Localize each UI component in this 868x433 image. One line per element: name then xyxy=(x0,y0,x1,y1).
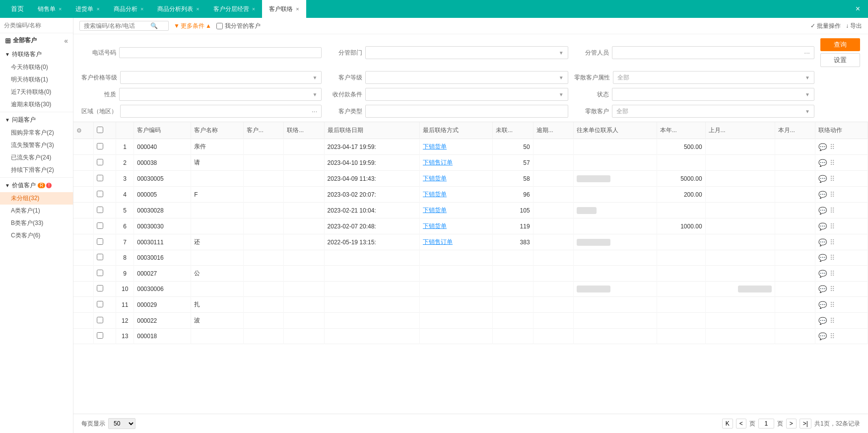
menu-icon[interactable]: ⠿ xyxy=(830,254,835,262)
nav-home[interactable]: 首页 xyxy=(4,4,31,13)
price-level-select[interactable]: ▼ xyxy=(120,71,322,84)
row-checkbox[interactable] xyxy=(97,175,103,181)
close-tab-customer-mgmt[interactable]: × xyxy=(252,6,255,12)
customer-type-select[interactable] xyxy=(365,105,568,118)
sidebar-item-warning[interactable]: 流失预警客户(3) xyxy=(0,139,73,151)
batch-op-btn[interactable]: ✓ 批量操作 xyxy=(810,22,841,30)
th-last-method[interactable]: 最后联络方式 xyxy=(419,122,492,139)
th-unit-contact[interactable]: 往来单位联系人 xyxy=(573,122,657,139)
sidebar-group-problem[interactable]: ▼ 问题客户 xyxy=(0,113,73,127)
chat-icon[interactable]: 💬 xyxy=(818,159,827,167)
row-checkbox[interactable] xyxy=(97,222,103,229)
sidebar-item-abnormal[interactable]: 囤购异常客户(2) xyxy=(0,127,73,139)
menu-icon[interactable]: ⠿ xyxy=(830,332,835,340)
page-first-btn[interactable]: K xyxy=(722,419,733,429)
last-method-link[interactable]: 下销售订单 xyxy=(423,238,453,245)
th-last-date[interactable]: 最后联络日期 xyxy=(324,122,419,139)
search-box[interactable]: 🔍 xyxy=(79,21,169,31)
row-checkbox[interactable] xyxy=(97,301,103,307)
th-this-month[interactable]: 本月... xyxy=(775,122,815,139)
close-tab-purchase[interactable]: × xyxy=(96,6,99,12)
td-last-method[interactable]: 下销货单 xyxy=(419,203,492,218)
menu-icon[interactable]: ⠿ xyxy=(830,143,835,151)
search-icon[interactable]: 🔍 xyxy=(150,22,158,29)
menu-icon[interactable]: ⠿ xyxy=(830,285,835,293)
row-checkbox[interactable] xyxy=(97,317,103,323)
sidebar-collapse-btn[interactable]: « xyxy=(64,37,68,45)
last-method-link[interactable]: 下销售订单 xyxy=(423,159,453,166)
customer-level-select[interactable]: ▼ xyxy=(365,71,568,84)
menu-icon[interactable]: ⠿ xyxy=(830,270,835,278)
th-not-linked[interactable]: 未联... xyxy=(493,122,533,139)
chat-icon[interactable]: 💬 xyxy=(818,301,827,309)
chat-icon[interactable]: 💬 xyxy=(818,332,827,340)
menu-icon[interactable]: ⠿ xyxy=(830,317,835,325)
page-size-select[interactable]: 50 100 200 xyxy=(108,418,135,429)
nav-tab-purchase[interactable]: 进货单 × xyxy=(68,0,106,18)
sidebar-item-declining[interactable]: 持续下滑客户(2) xyxy=(0,164,73,176)
phone-input[interactable] xyxy=(119,47,322,58)
th-last-month[interactable]: 上月... xyxy=(705,122,775,139)
nav-tab-sales[interactable]: 销售单 × xyxy=(31,0,68,18)
last-method-link[interactable]: 下销货单 xyxy=(423,191,447,198)
pay-terms-select[interactable]: ▼ xyxy=(365,88,568,101)
row-checkbox[interactable] xyxy=(97,332,103,339)
menu-icon[interactable]: ⠿ xyxy=(830,238,835,246)
last-method-link[interactable]: 下销货单 xyxy=(423,207,447,214)
page-input[interactable] xyxy=(758,419,774,429)
retail-select[interactable]: 全部 ▼ xyxy=(612,105,814,118)
row-checkbox[interactable] xyxy=(97,285,103,291)
td-last-method[interactable]: 下销货单 xyxy=(419,171,492,187)
sidebar-item-a[interactable]: A类客户(1) xyxy=(0,205,73,217)
menu-icon[interactable]: ⠿ xyxy=(830,191,835,199)
th-settings[interactable]: ⚙ xyxy=(73,122,94,139)
more-conditions-btn[interactable]: ▼ 更多条件 ▲ xyxy=(174,22,211,30)
td-last-method[interactable]: 下销货单 xyxy=(419,187,492,203)
close-tab-customer-contact[interactable]: × xyxy=(296,6,299,12)
sidebar-item-today[interactable]: 今天待联络(0) xyxy=(0,61,73,73)
th-contact[interactable]: 联络... xyxy=(284,122,324,139)
row-checkbox[interactable] xyxy=(97,207,103,213)
export-btn[interactable]: ↓ 导出 xyxy=(846,22,862,30)
my-customers-check[interactable] xyxy=(216,23,223,29)
my-customers-checkbox[interactable]: 我分管的客户 xyxy=(216,22,261,30)
select-all-checkbox[interactable] xyxy=(97,127,103,133)
chat-icon[interactable]: 💬 xyxy=(818,207,827,215)
nav-tab-analysis-list[interactable]: 商品分析列表 × xyxy=(150,0,206,18)
chat-icon[interactable]: 💬 xyxy=(818,175,827,183)
menu-icon[interactable]: ⠿ xyxy=(830,159,835,167)
th-type[interactable]: 客户... xyxy=(243,122,283,139)
nature-select[interactable]: ▼ xyxy=(119,88,322,101)
menu-icon[interactable]: ⠿ xyxy=(830,175,835,183)
td-last-method[interactable]: 下销货单 xyxy=(419,218,492,234)
reset-button[interactable]: 设置 xyxy=(820,53,860,67)
search-input[interactable] xyxy=(84,22,148,29)
region-select[interactable]: ··· xyxy=(120,105,322,118)
sidebar-group-value[interactable]: ▼ 价值客户 R ! xyxy=(0,179,73,192)
sidebar-item-c[interactable]: C类客户(6) xyxy=(0,229,73,242)
chat-icon[interactable]: 💬 xyxy=(818,222,827,230)
row-checkbox[interactable] xyxy=(97,254,103,260)
page-prev-btn[interactable]: < xyxy=(736,419,746,429)
sidebar-item-ungroup[interactable]: 未分组(32) xyxy=(0,192,73,205)
query-button[interactable]: 查询 xyxy=(820,38,860,51)
row-checkbox[interactable] xyxy=(97,143,103,149)
td-last-method[interactable]: 下销售订单 xyxy=(419,155,492,171)
retail-attr-select[interactable]: 全部 ▼ xyxy=(613,71,814,84)
dept-select[interactable]: ▼ xyxy=(365,46,568,59)
nav-tab-customer-contact[interactable]: 客户联络 × xyxy=(262,0,306,18)
sidebar-search-input[interactable] xyxy=(4,22,73,29)
row-checkbox[interactable] xyxy=(97,159,103,165)
all-customers-header[interactable]: ⊞ 全部客户 « xyxy=(0,33,73,48)
td-last-method[interactable]: 下销货单 xyxy=(419,139,492,155)
close-tab-sales[interactable]: × xyxy=(59,6,62,12)
sidebar-group-pending[interactable]: ▼ 待联络客户 xyxy=(0,48,73,61)
sidebar-item-tomorrow[interactable]: 明天待联络(1) xyxy=(0,73,73,86)
chat-icon[interactable]: 💬 xyxy=(818,143,827,151)
sidebar-item-7days[interactable]: 近7天待联络(0) xyxy=(0,86,73,98)
chat-icon[interactable]: 💬 xyxy=(818,254,827,262)
td-last-method[interactable]: 下销售订单 xyxy=(419,234,492,250)
nav-tab-customer-mgmt[interactable]: 客户分层经营 × xyxy=(206,0,262,18)
row-checkbox[interactable] xyxy=(97,238,103,245)
row-checkbox[interactable] xyxy=(97,191,103,197)
